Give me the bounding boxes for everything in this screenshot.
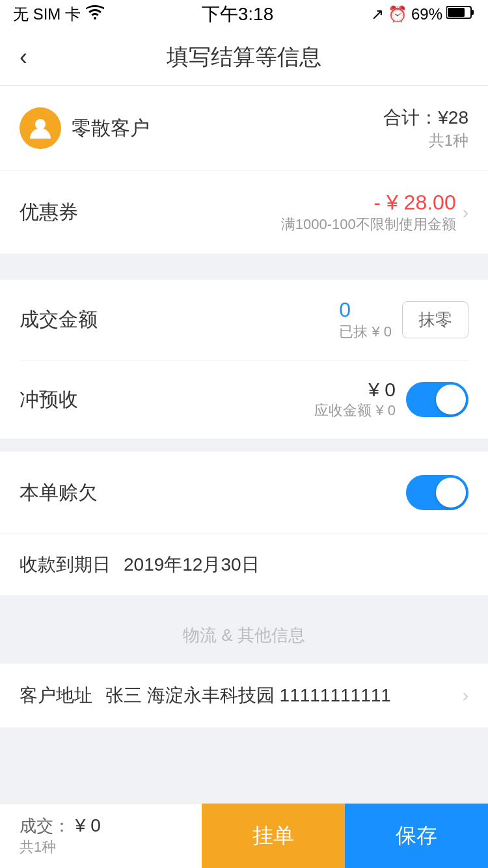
arrears-label: 本单赊欠: [20, 480, 98, 506]
page-title: 填写结算等信息: [167, 42, 321, 72]
hold-order-button[interactable]: 挂单: [202, 804, 345, 869]
customer-info: 零散客户: [20, 107, 150, 149]
transaction-row: 成交金额 0 已抹 ¥ 0 抹零: [20, 280, 468, 360]
logistics-label: 物流 & 其他信息: [183, 625, 305, 645]
transaction-right: 0 已抹 ¥ 0 抹零: [339, 298, 468, 342]
back-button[interactable]: ‹: [20, 44, 27, 71]
divider-1: [0, 267, 488, 280]
customer-section: 零散客户 合计：¥28 共1种 优惠券 - ¥ 28.00 满1000-100不…: [0, 86, 488, 254]
round-off-button[interactable]: 抹零: [402, 301, 468, 338]
arrears-toggle[interactable]: [406, 475, 468, 510]
avatar: [20, 107, 61, 149]
status-right: ↗ ⏰ 69%: [371, 5, 475, 23]
status-bar: 无 SIM 卡 下午3:18 ↗ ⏰ 69%: [0, 0, 488, 29]
location-icon: ↗: [371, 5, 384, 23]
bottom-count: 共1种: [20, 837, 182, 857]
nav-bar: ‹ 填写结算等信息: [0, 29, 488, 86]
address-section[interactable]: 客户地址 张三 海淀永丰科技园 11111111111 ›: [0, 664, 488, 727]
bottom-amount: ¥ 0: [75, 815, 101, 835]
bottom-info: 成交： ¥ 0 共1种: [0, 815, 202, 857]
customer-name: 零散客户: [72, 115, 150, 142]
coupon-label: 优惠券: [20, 199, 78, 226]
transaction-section: 成交金额 0 已抹 ¥ 0 抹零 冲预收 ¥ 0 应收金额 ¥ 0: [0, 280, 488, 439]
svg-rect-2: [448, 8, 465, 17]
no-sim-text: 无 SIM 卡: [13, 4, 81, 25]
transaction-label: 成交金额: [20, 306, 98, 333]
total-count: 共1种: [383, 130, 468, 151]
divider-2: [0, 439, 488, 452]
arrears-section: 本单赊欠: [0, 452, 488, 534]
address-label: 客户地址: [20, 683, 92, 708]
duedate-row: 收款到期日 2019年12月30日: [0, 534, 488, 595]
battery-text: 69%: [411, 5, 442, 23]
customer-total: 合计：¥28 共1种: [383, 105, 468, 151]
duedate-label: 收款到期日: [20, 552, 111, 577]
arrears-row: 本单赊欠: [20, 452, 468, 534]
precollect-amount: ¥ 0: [314, 379, 396, 401]
address-chevron-icon: ›: [463, 685, 468, 706]
wifi-icon: [86, 5, 104, 23]
total-amount: 合计：¥28: [383, 105, 468, 130]
precollect-toggle[interactable]: [406, 382, 468, 417]
save-button[interactable]: 保存: [345, 804, 488, 869]
transaction-sub: 已抹 ¥ 0: [339, 322, 392, 342]
status-time: 下午3:18: [202, 2, 274, 27]
duedate-value: 2019年12月30日: [124, 552, 260, 577]
coupon-desc: 满1000-100不限制使用金额: [281, 215, 456, 234]
svg-rect-1: [471, 10, 474, 15]
coupon-row[interactable]: 优惠券 - ¥ 28.00 满1000-100不限制使用金额 ›: [0, 170, 488, 254]
svg-point-3: [35, 119, 46, 129]
customer-row: 零散客户 合计：¥28 共1种: [0, 86, 488, 170]
precollect-label: 冲预收: [20, 387, 78, 413]
bottom-deal-label: 成交：: [20, 816, 70, 835]
precollect-right: ¥ 0 应收金额 ¥ 0: [314, 379, 468, 420]
alarm-icon: ⏰: [388, 5, 407, 23]
coupon-info: - ¥ 28.00 满1000-100不限制使用金额: [281, 191, 456, 234]
address-value: 张三 海淀永丰科技园 11111111111: [105, 683, 463, 708]
battery-icon: [446, 5, 475, 23]
precollect-row: 冲预收 ¥ 0 应收金额 ¥ 0: [20, 360, 468, 439]
coupon-amount: - ¥ 28.00: [281, 191, 456, 215]
precollect-info: ¥ 0 应收金额 ¥ 0: [314, 379, 396, 420]
chevron-right-icon: ›: [463, 202, 468, 223]
coupon-right: - ¥ 28.00 满1000-100不限制使用金额 ›: [281, 191, 468, 234]
transaction-value: 0: [339, 298, 392, 322]
logistics-section: 物流 & 其他信息: [0, 608, 488, 662]
precollect-sub: 应收金额 ¥ 0: [314, 401, 396, 420]
bottom-bar: 成交： ¥ 0 共1种 挂单 保存: [0, 803, 488, 868]
divider-3: [0, 595, 488, 608]
status-left: 无 SIM 卡: [13, 4, 104, 25]
